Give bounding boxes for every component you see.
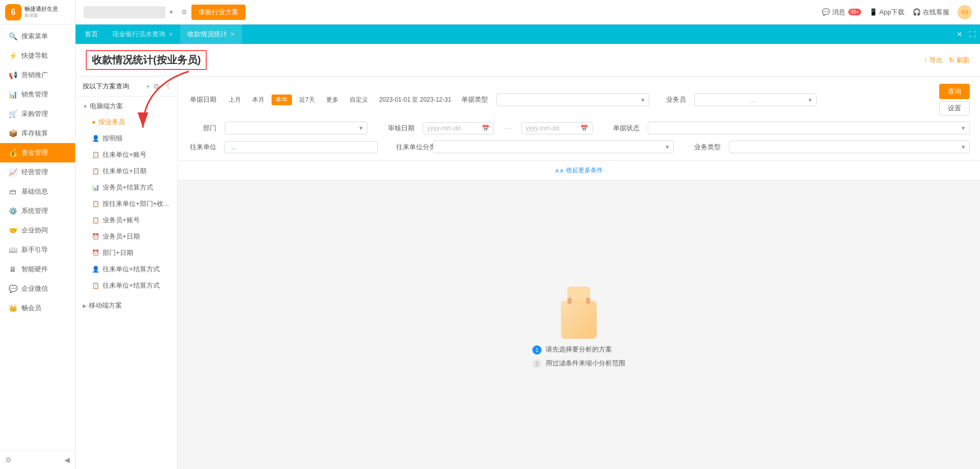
app-download-area[interactable]: 📱 App下载 — [869, 8, 904, 17]
sidebar-item-shortcut[interactable]: ⚡ 快捷导航 — [0, 46, 75, 65]
sidebar-item-system[interactable]: ⚙️ 系统管理 — [0, 201, 75, 221]
sidebar-item-search[interactable]: 🔍 搜索菜单 — [0, 27, 75, 46]
sidebar-item-operation[interactable]: 📈 经营管理 — [0, 162, 75, 182]
date-shortcuts-group: 上月 本月 本年 近7天 更多 自定义 2023-01-01 至 2023-12… — [225, 95, 451, 105]
scheme-item-salesman-settle[interactable]: 📊 业务员+结算方式 — [76, 179, 177, 196]
robot-illustration — [548, 277, 609, 339]
customer-service-label: 在线客服 — [923, 8, 949, 17]
tab-bank-flow[interactable]: 现金银行流水查询 ✕ — [105, 25, 180, 44]
user-avatar[interactable]: Rit — [958, 5, 972, 19]
sidebar-item-marketing[interactable]: 📢 营销推广 — [0, 65, 75, 85]
basic-icon: 🗃 — [8, 187, 17, 196]
collapse-bar[interactable]: ∧∧ 收起更多条件 — [178, 161, 980, 180]
tab-expand-icon[interactable]: ⛶ — [967, 28, 978, 40]
bill-status-arrow: ▾ — [962, 124, 965, 132]
scheme-item-unit-account[interactable]: 📋 往来单位+账号 — [76, 147, 177, 163]
tab-bank-flow-close[interactable]: ✕ — [168, 31, 173, 38]
type-select[interactable]: ▾ — [496, 93, 649, 106]
tab-bank-flow-label: 现金银行流水查询 — [112, 30, 165, 39]
scheme-item-unit-settle2[interactable]: 📋 往来单位+结算方式 — [76, 277, 177, 294]
desktop-group-header[interactable]: ▼ 电脑端方案 — [76, 99, 177, 114]
mobile-group-header[interactable]: ▶ 移动端方案 — [76, 298, 177, 313]
salesman-scheme-icon: ● — [92, 119, 95, 126]
unit-category-select[interactable]: ▾ — [433, 140, 674, 153]
sidebar-item-basic[interactable]: 🗃 基础信息 — [0, 182, 75, 201]
breadcrumb-placeholder — [84, 6, 165, 18]
panel-collapse-icon[interactable]: 《 — [163, 82, 170, 91]
refresh-icon: ↻ — [949, 56, 954, 64]
sidebar-item-label: 营销推广 — [21, 71, 48, 80]
header-right: 💬 消息 99+ 📱 App下载 🎧 在线客服 Rit — [822, 5, 972, 19]
settings-button[interactable]: 设置 — [939, 101, 970, 115]
scheme-item-label: 往来单位+结算方式 — [103, 281, 160, 290]
inventory-icon: 📦 — [8, 129, 17, 138]
empty-step-1: 1 请先选择要分析的方案 — [532, 345, 625, 355]
date-range-display: 2023-01-01 至 2023-12-31 — [379, 96, 451, 104]
shortcut-this-year[interactable]: 本年 — [272, 95, 292, 105]
shortcut-this-month[interactable]: 本月 — [248, 95, 268, 105]
sidebar-item-member[interactable]: 👑 畅会员 — [0, 298, 75, 318]
query-button[interactable]: 查询 — [939, 84, 970, 99]
scheme-item-unit-date[interactable]: 📋 往来单位+日期 — [76, 163, 177, 179]
shortcut-last-month[interactable]: 上月 — [225, 95, 245, 105]
tab-close-window-icon[interactable]: ✕ — [954, 28, 965, 40]
scheme-item-salesman-date[interactable]: ⏰ 业务员+日期 — [76, 228, 177, 245]
empty-steps: 1 请先选择要分析的方案 2 用过滤条件来缩小分析范围 — [532, 345, 625, 372]
sidebar-collapse-icon[interactable]: ◀ — [64, 456, 70, 464]
settings-gear-icon[interactable]: ⚙ — [181, 8, 187, 16]
scheme-item-by-salesman[interactable]: ● 按业务员 — [76, 114, 177, 130]
sidebar-item-purchase[interactable]: 🛒 采购管理 — [0, 104, 75, 124]
export-button[interactable]: ↑ 导出 — [924, 56, 943, 65]
refresh-button[interactable]: ↻ 刷新 — [949, 56, 970, 65]
type-select-arrow: ▾ — [641, 96, 645, 104]
sidebar-item-label: 库存核算 — [21, 129, 48, 138]
business-type-select[interactable]: ▾ — [729, 140, 970, 153]
scheme-item-unit-dept-collect[interactable]: 📋 按往来单位+部门+收... — [76, 196, 177, 212]
audit-date-to[interactable]: yyyy-mm-dd 📅 — [521, 122, 593, 134]
sidebar-settings-icon[interactable]: ⚙ — [5, 456, 12, 464]
dept-select[interactable]: ▾ — [225, 122, 368, 134]
sidebar-item-label: 企业协同 — [21, 226, 48, 235]
shortcut-last-7-days[interactable]: 近7天 — [295, 95, 319, 105]
unit-input[interactable]: ... — [225, 141, 378, 153]
sidebar-item-sales[interactable]: 📊 销售管理 — [0, 85, 75, 104]
tab-collection-stats-close[interactable]: ✕ — [230, 31, 235, 38]
sidebar: 6 畅捷通好生意 标准版 🔍 搜索菜单 ⚡ 快捷导航 📢 营销推广 📊 销售管理… — [0, 0, 76, 469]
notification-area[interactable]: 💬 消息 99+ — [822, 8, 861, 17]
mobile-group-label: 移动端方案 — [89, 301, 122, 310]
app-download-label: App下载 — [879, 8, 904, 17]
mobile-group-arrow: ▶ — [83, 303, 87, 309]
trial-button[interactable]: 体验行业方案 — [191, 5, 246, 20]
scheme-item-label: 业务员+结算方式 — [103, 183, 153, 192]
sidebar-item-wechat[interactable]: 💬 企业微信 — [0, 279, 75, 298]
shortcut-more[interactable]: 更多 — [322, 95, 342, 105]
customer-service-area[interactable]: 🎧 在线客服 — [913, 8, 949, 17]
scheme-item-salesman-account[interactable]: 📋 业务员+账号 — [76, 212, 177, 228]
sidebar-item-label: 经营管理 — [21, 168, 48, 177]
sidebar-item-enterprise[interactable]: 🤝 企业协同 — [0, 221, 75, 240]
sidebar-nav: 🔍 搜索菜单 ⚡ 快捷导航 📢 营销推广 📊 销售管理 🛒 采购管理 📦 库存核… — [0, 25, 75, 450]
unit-more-btn[interactable]: ... — [231, 144, 236, 151]
unit-settle1-icon: 👤 — [92, 266, 100, 273]
sidebar-item-newbie[interactable]: 📖 新手引导 — [0, 240, 75, 260]
audit-date-from[interactable]: yyyy-mm-dd 📅 — [423, 122, 494, 134]
salesman-select[interactable]: ... ▾ — [694, 93, 817, 106]
tab-collection-stats[interactable]: 收款情况统计 ✕ — [180, 25, 242, 44]
date-separator: — — [502, 124, 513, 132]
panel-add-icon[interactable]: + — [146, 82, 150, 90]
tab-home[interactable]: 首页 — [78, 25, 105, 44]
sidebar-item-finance[interactable]: 💰 资金管理 — [0, 143, 75, 162]
sidebar-item-hardware[interactable]: 🖥 智能硬件 — [0, 260, 75, 279]
shortcut-custom[interactable]: 自定义 — [346, 95, 372, 105]
business-type-label: 业务类型 — [692, 143, 721, 152]
scheme-item-dept-date[interactable]: ⏰ 部门+日期 — [76, 245, 177, 261]
panel-settings-icon[interactable]: ⚙ — [153, 82, 160, 90]
bill-status-select[interactable]: ▾ — [648, 122, 970, 134]
scheme-item-unit-settle1[interactable]: 👤 往来单位+结算方式 — [76, 261, 177, 277]
step-2-text: 用过滤条件来缩小分析范围 — [546, 359, 625, 368]
scheme-item-by-detail[interactable]: 👤 按明细 — [76, 130, 177, 147]
sidebar-item-inventory[interactable]: 📦 库存核算 — [0, 124, 75, 143]
app-logo-icon: 6 — [5, 4, 21, 20]
chevron-down-icon[interactable]: ▾ — [169, 8, 173, 16]
scheme-item-label: 往来单位+账号 — [103, 150, 146, 159]
